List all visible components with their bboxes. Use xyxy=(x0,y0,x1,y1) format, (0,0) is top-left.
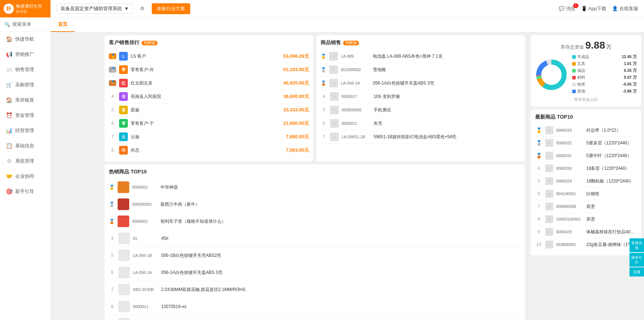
legend-dot-4 xyxy=(572,76,576,79)
message-button[interactable]: 💬 消息 6 xyxy=(559,5,575,12)
product-rank-1: 🥇 xyxy=(321,54,326,59)
rank-num-2: 🥈 xyxy=(109,67,116,73)
product-row-7: 7 G LA-59651-1B 59651-1B旋转投影灯电池盒ABS黑色+58… xyxy=(321,130,521,144)
sales-ranking-card: 客户销售排行 TOP10 🥇 L LS 客户 53,006.26元 🥈 零 xyxy=(105,35,313,161)
sidebar-nav: 🏠 快捷导航 📢 营销推广 🏷 销售管理 🛒 采购管理 🏠 库存核算 ⏰ 资金管… xyxy=(0,32,50,320)
rank-num-7: 7 xyxy=(109,134,116,139)
legend-label-3: 成品 xyxy=(577,68,624,73)
legend-value-6: -3.86 万 xyxy=(623,89,637,94)
legend-value-2: 1.01 万 xyxy=(624,61,637,66)
sidebar-item-label: 营销推广 xyxy=(15,51,34,58)
service-community-button[interactable]: 服务社区 xyxy=(629,253,644,267)
hot-products-title: 热销商品 TOP10 xyxy=(109,169,521,175)
product-row-5: 5 G 000800005 手机测试 xyxy=(321,103,521,117)
rank-row-7: 7 云 云扬 7,680.00元 xyxy=(109,130,309,144)
inventory-donut-chart xyxy=(535,58,568,91)
new-img-10: G xyxy=(545,241,553,249)
hot-name-3: 智利车子里（规格不知道填什么） xyxy=(160,218,521,225)
new-img-8: G xyxy=(545,215,553,223)
hot-rank-5: 5 xyxy=(109,253,115,258)
hot-thumb-1 xyxy=(118,181,129,193)
rank-row-8: 8 尚 尚态 7,563.00元 xyxy=(109,144,309,157)
try-button[interactable]: 体验行业方案 xyxy=(152,3,190,14)
sidebar-item-label: 销售管理 xyxy=(15,66,34,73)
legend-item-1: 半成品 12.45 万 xyxy=(572,54,637,60)
rank-row-2: 🥈 零 零售客户-许 51,183.00元 xyxy=(109,63,309,77)
new-code-5: 0000029 xyxy=(556,179,583,183)
product-code-5: 000800005 xyxy=(342,108,371,112)
online-service-button[interactable]: 👤 在线客服 xyxy=(612,5,638,12)
sidebar-item-inventory[interactable]: 🏠 库存核算 xyxy=(0,93,50,108)
product-rank-6: 6 xyxy=(321,121,327,126)
rank-name-2: 零售客户-许 xyxy=(131,67,280,73)
hot-name-6: 056-1A白色按键开关盖ABS 3壳 xyxy=(161,270,521,276)
new-rank-8: 8 xyxy=(535,217,542,222)
hot-name-2: 新西兰牛肉（新牛） xyxy=(160,201,521,208)
sidebar-item-guide[interactable]: 🎯 新手引导 xyxy=(0,184,50,199)
hot-rank-6: 6 xyxy=(109,270,115,275)
sidebar-item-finance[interactable]: ⏰ 资金管理 xyxy=(0,108,50,123)
legend-dot-6 xyxy=(572,90,576,93)
legend-dot-2 xyxy=(572,62,576,66)
hot-thumb-7 xyxy=(118,284,130,295)
product-sales-list: 🥇 G LA-089 电池盖 LA-089 ABS本色+黑种 7.1克 🥈 G … xyxy=(321,50,521,144)
product-name-6: 夹壳 xyxy=(374,120,521,127)
rank-num-8: 8 xyxy=(109,148,116,153)
hot-thumb-4 xyxy=(118,233,130,244)
sidebar-item-marketing[interactable]: 📢 营销推广 xyxy=(0,47,50,62)
sidebar-item-sales[interactable]: 🏷 销售管理 xyxy=(0,62,50,77)
new-img-6: G xyxy=(545,190,553,198)
operations-icon: 📊 xyxy=(6,127,12,134)
sidebar-item-label: 企业协同 xyxy=(15,173,34,180)
rank-avatar-3: 红 xyxy=(119,79,128,87)
logo-text: 畅捷通好生意 xyxy=(16,4,42,9)
customer-service-button[interactable]: 客服热线 xyxy=(629,238,644,252)
settings-button[interactable]: ⚙ xyxy=(137,4,147,14)
hot-code-8: 0000011 xyxy=(133,304,158,309)
sidebar-item-label: 采购管理 xyxy=(15,82,34,88)
system-selector[interactable]: 装备及固定资产辅助管理系统 ▼ xyxy=(57,4,133,14)
new-products-card: 最新商品 TOP10 🥇 G 0000033 封边带（1.0*22） 🥈 G 0… xyxy=(531,110,641,255)
new-product-row-1: 🥇 G 0000033 封边带（1.0*22） xyxy=(535,124,637,137)
new-name-5: 18颗粒板（1220*2440） xyxy=(586,178,637,184)
marketing-icon: 📢 xyxy=(6,51,12,58)
rank-amount-2: 51,183.00元 xyxy=(283,66,309,73)
hot-thumb-3 xyxy=(118,216,129,227)
rank-name-7: 云扬 xyxy=(131,134,283,140)
app-download-button[interactable]: 📱 App下载 xyxy=(581,5,606,12)
sidebar-item-home[interactable]: 🏠 快捷导航 xyxy=(0,32,50,47)
rank-avatar-8: 尚 xyxy=(119,146,128,155)
product-code-7: LA-59651-1B xyxy=(342,135,371,139)
sidebar-item-label: 快捷导航 xyxy=(15,36,34,42)
legend-item-5: 肉类 -0.05 万 xyxy=(572,82,637,87)
sidebar-item-label: 新手引导 xyxy=(15,188,34,195)
sidebar-item-basic-info[interactable]: 📋 基础信息 xyxy=(0,138,50,153)
inventory-footer: 库存资金占比 xyxy=(535,97,637,102)
system-name: 装备及固定资产辅助管理系统 xyxy=(61,5,122,12)
sidebar-item-enterprise[interactable]: 🤝 企业协同 xyxy=(0,169,50,184)
product-img-7: G xyxy=(330,132,339,141)
sidebar-item-purchase[interactable]: 🛒 采购管理 xyxy=(0,77,50,93)
new-code-3: 0000031 xyxy=(556,153,583,158)
tab-home[interactable]: 首页 xyxy=(51,17,75,32)
live-broadcast-button[interactable]: 直播 xyxy=(629,267,644,276)
chevron-down-icon: ▼ xyxy=(124,6,129,11)
mobile-icon: 📱 xyxy=(581,6,587,11)
sidebar-logo: 好 畅捷通好生意 标准版 xyxy=(0,0,50,17)
product-row-4: 4 G 0000017 10S 变刹罗猴 xyxy=(321,90,521,103)
new-name-9: 体械嘉枝味苏打饮品400毫升（1*15） xyxy=(586,229,637,235)
hot-product-row-8: 8 0000011 12070519-xs xyxy=(109,298,521,315)
search-menu-button[interactable]: 🔍 搜索菜单 xyxy=(4,21,46,28)
legend-dot-1 xyxy=(572,55,576,59)
message-icon: 💬 xyxy=(559,6,564,11)
product-name-4: 10S 变刹罗猴 xyxy=(374,94,521,100)
sidebar-item-system[interactable]: ⚙ 系统管理 xyxy=(0,153,50,169)
product-rank-7: 7 xyxy=(321,134,327,139)
product-img-3: G xyxy=(329,79,338,87)
hot-product-row-6: 6 LA-056-1A 056-1A白色按键开关盖ABS 3壳 xyxy=(109,264,521,281)
sidebar-search[interactable]: 🔍 搜索菜单 xyxy=(0,17,50,32)
legend-item-4: 材料 0.07 万 xyxy=(572,75,637,80)
new-img-2: G xyxy=(545,139,553,147)
sidebar-item-operations[interactable]: 📊 经营管理 xyxy=(0,123,50,138)
product-img-6: G xyxy=(330,119,339,128)
